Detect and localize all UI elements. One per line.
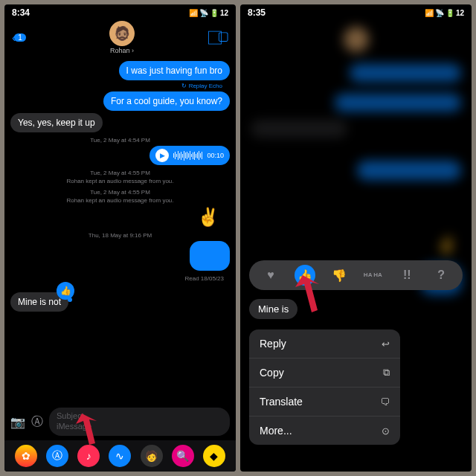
reply-icon: ↩ [382, 338, 390, 350]
kept-notice: Rohan kept an audio message from you. [10, 178, 230, 184]
timestamp: Thu, 18 May at 9:16 PM [10, 232, 230, 239]
context-menu: Reply↩ Copy⧉ Translate🗨 More...⊙ [249, 329, 400, 445]
emoji-message[interactable]: ✌️ [10, 207, 230, 228]
clock: 8:34 [12, 7, 30, 18]
sent-message[interactable]: For a cool guide, you know? [103, 91, 230, 111]
tapback-emphasize-icon[interactable]: !! [396, 265, 417, 286]
contact-name: Rohan › [110, 47, 134, 54]
menu-reply[interactable]: Reply↩ [249, 329, 400, 358]
translate-icon: 🗨 [380, 396, 390, 408]
read-receipt: Read 18/05/23 [10, 275, 230, 282]
message-thread: I was just having fun bro ↻ Replay Echo … [4, 61, 236, 312]
photos-app-icon[interactable]: ✿ [15, 445, 37, 467]
app-dock: ✿ Ⓐ ♪ ∿ 🧑 🔍 ◆ [4, 440, 236, 472]
quoted-message: Mine is [249, 299, 298, 319]
tapback-haha-icon[interactable]: HA HA [362, 265, 383, 286]
menu-copy[interactable]: Copy⧉ [249, 358, 400, 387]
unread-badge: 1 [14, 33, 26, 42]
thumbs-up-tapback-icon: 👍 [57, 282, 74, 300]
status-bar: 8:34 📶📡🔋12 [4, 4, 236, 19]
svg-marker-0 [76, 414, 97, 445]
appstore-app-icon[interactable]: Ⓐ [46, 445, 68, 467]
audio-message[interactable]: ▶ 00:10 [149, 146, 230, 165]
memoji-app-icon[interactable]: 🧑 [141, 445, 163, 467]
replay-effect[interactable]: ↻ Replay Echo [10, 83, 230, 89]
more-icon: ⊙ [382, 425, 390, 437]
play-icon[interactable]: ▶ [155, 149, 169, 162]
right-screenshot: 8:35 📶📡🔋12 ✌️ ♥ 👍 👎 HA HA !! ? Mine is R… [240, 4, 472, 472]
kept-notice: Rohan kept an audio message from you. [10, 197, 230, 204]
status-icons: 📶📡🔋12 [423, 7, 464, 18]
received-message[interactable]: Mine is not 👍 [10, 292, 68, 312]
music-app-icon[interactable]: ♪ [77, 445, 100, 467]
status-icons: 📶📡🔋12 [187, 7, 228, 18]
status-bar: 8:35 📶📡🔋12 [240, 4, 472, 19]
tapback-bar: ♥ 👍 👎 HA HA !! ? [249, 260, 463, 290]
left-screenshot: 8:34 📶📡🔋12 ‹1 🧔🏽 Rohan › ⃞▢ I was just h… [4, 4, 236, 472]
camera-icon[interactable]: 📷 [10, 415, 25, 429]
timestamp: Tue, 2 May at 4:54 PM [10, 137, 230, 144]
received-message[interactable]: Yes, yes, keep it up [10, 113, 103, 132]
menu-more[interactable]: More...⊙ [249, 416, 400, 445]
clock: 8:35 [248, 7, 266, 18]
audio-app-icon[interactable]: ∿ [109, 445, 131, 467]
tapback-question-icon[interactable]: ? [431, 265, 451, 286]
tapback-heart-icon[interactable]: ♥ [260, 265, 281, 286]
message-composer: 📷 Ⓐ Subject iMessage [4, 405, 236, 439]
sent-message[interactable] [190, 241, 230, 271]
tapback-overlay: ♥ 👍 👎 HA HA !! ? Mine is Reply↩ Copy⧉ Tr… [240, 4, 472, 472]
nav-bar: ‹1 🧔🏽 Rohan › ⃞▢ [4, 19, 236, 59]
facetime-button[interactable]: ⃞▢ [218, 30, 228, 45]
back-button[interactable]: ‹1 [12, 31, 26, 45]
menu-translate[interactable]: Translate🗨 [249, 387, 400, 416]
svg-marker-1 [295, 275, 319, 312]
tapback-dislike-icon[interactable]: 👎 [329, 265, 350, 286]
stickers-app-icon[interactable]: ◆ [203, 445, 225, 467]
audio-duration: 00:10 [207, 152, 224, 159]
timestamp: Tue, 2 May at 4:55 PM [10, 170, 230, 176]
timestamp: Tue, 2 May at 4:55 PM [10, 189, 230, 196]
waveform [173, 151, 202, 161]
contact-header[interactable]: 🧔🏽 Rohan › [109, 21, 135, 54]
copy-icon: ⧉ [383, 367, 390, 379]
avatar: 🧔🏽 [109, 21, 135, 46]
sent-message[interactable]: I was just having fun bro [119, 61, 230, 80]
appstore-icon[interactable]: Ⓐ [31, 414, 43, 430]
search-app-icon[interactable]: 🔍 [172, 445, 194, 467]
